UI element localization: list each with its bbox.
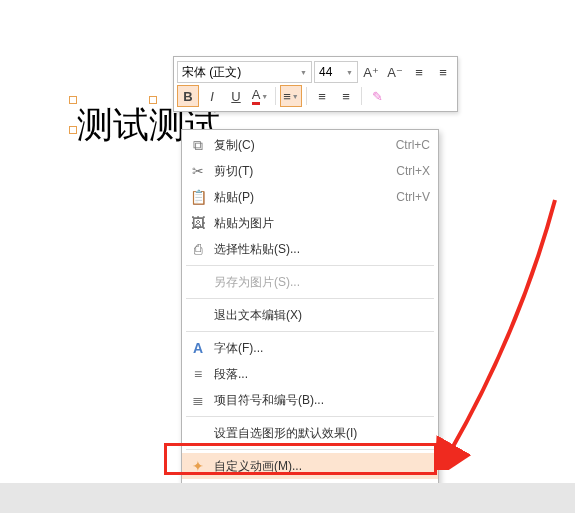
italic-button[interactable]: I bbox=[201, 85, 223, 107]
menu-font[interactable]: A字体(F)... bbox=[182, 335, 438, 361]
menu-bullets[interactable]: ≣项目符号和编号(B)... bbox=[182, 387, 438, 413]
bold-button[interactable]: B bbox=[177, 85, 199, 107]
decrease-font-button[interactable]: A⁻ bbox=[384, 61, 406, 83]
align-right-button[interactable]: ≡ bbox=[335, 85, 357, 107]
increase-indent-button[interactable]: ≡ bbox=[432, 61, 454, 83]
paragraph-icon: ≡ bbox=[188, 366, 208, 382]
bottom-bar bbox=[0, 483, 575, 513]
font-color-button[interactable]: A▼ bbox=[249, 85, 271, 107]
menu-custom-animation[interactable]: ✦自定义动画(M)... bbox=[182, 453, 438, 479]
bullets-icon: ≣ bbox=[188, 392, 208, 408]
font-size-select[interactable]: 44▼ bbox=[314, 61, 358, 83]
menu-separator bbox=[186, 449, 434, 450]
decrease-indent-button[interactable]: ≡ bbox=[408, 61, 430, 83]
menu-exit-edit[interactable]: 退出文本编辑(X) bbox=[182, 302, 438, 328]
cut-icon: ✂ bbox=[188, 163, 208, 179]
menu-paste-as-picture[interactable]: 🖼粘贴为图片 bbox=[182, 210, 438, 236]
align-left-button[interactable]: ≡▼ bbox=[280, 85, 302, 107]
paste-picture-icon: 🖼 bbox=[188, 215, 208, 231]
paste-icon: 📋 bbox=[188, 189, 208, 205]
context-menu: ⧉复制(C)Ctrl+C ✂剪切(T)Ctrl+X 📋粘贴(P)Ctrl+V 🖼… bbox=[181, 129, 439, 513]
underline-button[interactable]: U bbox=[225, 85, 247, 107]
menu-save-as-picture: 另存为图片(S)... bbox=[182, 269, 438, 295]
menu-copy[interactable]: ⧉复制(C)Ctrl+C bbox=[182, 132, 438, 158]
resize-handle-nw[interactable] bbox=[69, 96, 77, 104]
menu-separator bbox=[186, 298, 434, 299]
menu-set-default[interactable]: 设置自选图形的默认效果(I) bbox=[182, 420, 438, 446]
paste-special-icon: ⎙ bbox=[188, 241, 208, 257]
increase-font-button[interactable]: A⁺ bbox=[360, 61, 382, 83]
menu-separator bbox=[186, 416, 434, 417]
resize-handle-w[interactable] bbox=[69, 126, 77, 134]
mini-toolbar: 宋体 (正文)▼ 44▼ A⁺ A⁻ ≡ ≡ B I U A▼ ≡▼ ≡ ≡ ✎ bbox=[173, 56, 458, 112]
animation-icon: ✦ bbox=[188, 458, 208, 474]
resize-handle-n[interactable] bbox=[149, 96, 157, 104]
menu-cut[interactable]: ✂剪切(T)Ctrl+X bbox=[182, 158, 438, 184]
format-painter-button[interactable]: ✎ bbox=[366, 85, 388, 107]
menu-paste[interactable]: 📋粘贴(P)Ctrl+V bbox=[182, 184, 438, 210]
font-icon: A bbox=[188, 340, 208, 356]
menu-paste-special[interactable]: ⎙选择性粘贴(S)... bbox=[182, 236, 438, 262]
font-family-select[interactable]: 宋体 (正文)▼ bbox=[177, 61, 312, 83]
menu-paragraph[interactable]: ≡段落... bbox=[182, 361, 438, 387]
menu-separator bbox=[186, 265, 434, 266]
menu-separator bbox=[186, 331, 434, 332]
align-center-button[interactable]: ≡ bbox=[311, 85, 333, 107]
copy-icon: ⧉ bbox=[188, 137, 208, 154]
